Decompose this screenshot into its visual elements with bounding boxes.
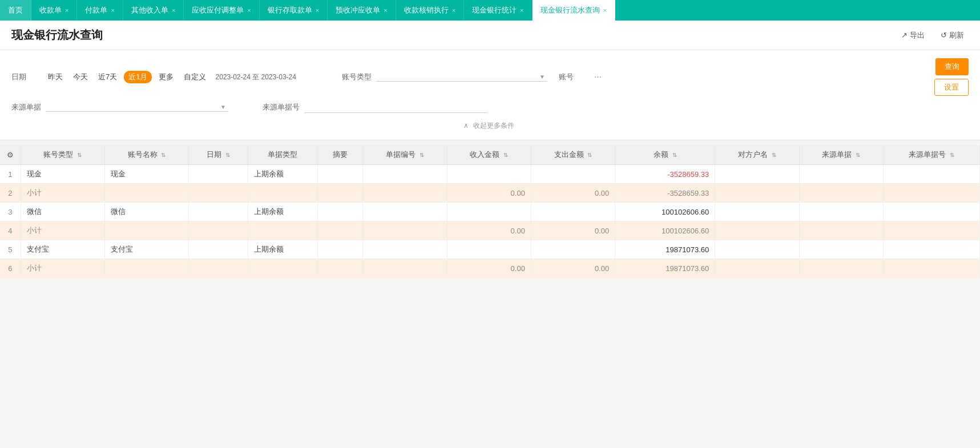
date-opt-7days[interactable]: 近7天 xyxy=(95,71,120,83)
sort-icon: ⇅ xyxy=(161,152,166,158)
cell-doc-type xyxy=(248,184,318,203)
sort-icon: ⇅ xyxy=(77,152,82,158)
nav-tab-other-income[interactable]: 其他收入单 × xyxy=(123,0,184,21)
date-opt-custom[interactable]: 自定义 xyxy=(180,71,209,83)
col-doc-type[interactable]: 单据类型 xyxy=(248,145,318,165)
close-icon[interactable]: × xyxy=(65,7,68,14)
date-opt-more[interactable]: 更多 xyxy=(155,71,177,83)
cell-doc-type xyxy=(248,259,318,278)
cell-income: 0.00 xyxy=(447,221,531,240)
nav-tab-collection-exec[interactable]: 收款核销执行 × xyxy=(396,0,464,21)
date-opt-yesterday[interactable]: 昨天 xyxy=(45,71,66,83)
cell-source-doc xyxy=(799,184,883,203)
cell-expense: 0.00 xyxy=(531,184,615,203)
col-date[interactable]: 日期 ⇅ xyxy=(189,145,248,165)
table-header-row: ⚙ 账号类型 ⇅ 账号名称 ⇅ 日期 ⇅ 单据类型 摘要 xyxy=(0,145,980,165)
source-doc-no-input[interactable] xyxy=(304,102,487,113)
col-gear[interactable]: ⚙ xyxy=(0,145,21,165)
table-body: 1 现金 现金 上期余额 -3528659.33 2 小计 0.00 0.00 … xyxy=(0,165,980,278)
col-summary[interactable]: 摘要 xyxy=(318,145,363,165)
col-label: 来源单据号 xyxy=(909,150,946,159)
cell-income xyxy=(447,203,531,221)
cell-source-doc-no xyxy=(883,203,979,221)
close-icon[interactable]: × xyxy=(247,7,251,14)
col-label: 收入金额 xyxy=(470,150,499,159)
sort-icon: ⇅ xyxy=(587,152,592,158)
nav-tab-label: 首页 xyxy=(8,5,23,15)
export-button[interactable]: ↗ 导出 xyxy=(897,28,929,43)
account-label: 账号 xyxy=(559,72,587,82)
close-icon[interactable]: × xyxy=(316,7,319,14)
cell-balance: -3528659.33 xyxy=(615,184,715,203)
col-doc-no[interactable]: 单据编号 ⇅ xyxy=(363,145,447,165)
col-label: 账号类型 xyxy=(43,150,73,159)
cell-doc-type xyxy=(248,221,318,240)
cell-counterpart xyxy=(715,240,799,259)
account-filter: 账号 ··· xyxy=(559,72,604,82)
cell-date xyxy=(189,259,248,278)
close-icon[interactable]: × xyxy=(111,7,114,14)
col-income[interactable]: 收入金额 ⇅ xyxy=(447,145,531,165)
table-row: 2 小计 0.00 0.00 -3528659.33 xyxy=(0,184,980,203)
table-row: 3 微信 微信 上期余额 100102606.60 xyxy=(0,203,980,221)
refresh-icon: ↺ xyxy=(941,31,947,39)
cell-summary xyxy=(318,184,363,203)
col-label: 单据编号 xyxy=(386,150,416,159)
nav-tab-bank-deposit[interactable]: 银行存取款单 × xyxy=(260,0,328,21)
cell-balance: 100102606.60 xyxy=(615,203,715,221)
cell-account-name xyxy=(104,221,188,240)
dots-icon[interactable]: ··· xyxy=(592,72,604,82)
cell-doc-no xyxy=(363,203,447,221)
col-counterpart[interactable]: 对方户名 ⇅ xyxy=(715,145,799,165)
close-icon[interactable]: × xyxy=(603,7,607,14)
col-expense[interactable]: 支出金额 ⇅ xyxy=(531,145,615,165)
close-icon[interactable]: × xyxy=(452,7,455,14)
source-doc-select[interactable]: ▼ xyxy=(46,103,228,112)
query-button[interactable]: 查询 xyxy=(935,58,969,75)
nav-tab-label: 其他收入单 xyxy=(131,5,168,15)
close-icon[interactable]: × xyxy=(520,7,523,14)
nav-tab-cash-bank-flow[interactable]: 现金银行流水查询 × xyxy=(533,0,615,21)
col-label: 对方户名 xyxy=(738,150,768,159)
nav-tab-payment[interactable]: 付款单 × xyxy=(77,0,123,21)
col-source-doc[interactable]: 来源单据 ⇅ xyxy=(799,145,883,165)
nav-tab-cash-bank-stat[interactable]: 现金银行统计 × xyxy=(464,0,532,21)
cell-doc-no xyxy=(363,184,447,203)
col-balance[interactable]: 余额 ⇅ xyxy=(615,145,715,165)
nav-tab-label: 收款核销执行 xyxy=(404,5,449,15)
page-title: 现金银行流水查询 xyxy=(11,27,103,43)
cell-date xyxy=(189,184,248,203)
cell-balance: -3528659.33 xyxy=(615,165,715,184)
date-opt-1month[interactable]: 近1月 xyxy=(124,71,152,83)
account-type-select[interactable]: ▼ xyxy=(376,72,547,82)
source-doc-label: 来源单据 xyxy=(11,102,41,112)
date-opt-today[interactable]: 今天 xyxy=(70,71,91,83)
chevron-down-icon: ▼ xyxy=(539,74,545,80)
date-range-display: 2023-02-24 至 2023-03-24 xyxy=(215,72,296,82)
collapse-bar[interactable]: ∧ 收起更多条件 xyxy=(11,119,969,135)
table-row: 6 小计 0.00 0.00 19871073.60 xyxy=(0,259,980,278)
collapse-label: 收起更多条件 xyxy=(473,122,514,130)
settings-button[interactable]: 设置 xyxy=(934,79,969,96)
col-account-type[interactable]: 账号类型 ⇅ xyxy=(21,145,104,165)
nav-tab-receipt[interactable]: 收款单 × xyxy=(31,0,77,21)
cell-account-name: 微信 xyxy=(104,203,188,221)
cell-expense xyxy=(531,240,615,259)
nav-tab-label: 应收应付调整单 xyxy=(192,5,244,15)
cell-summary xyxy=(318,203,363,221)
col-source-doc-no[interactable]: 来源单据号 ⇅ xyxy=(883,145,979,165)
cell-account-name xyxy=(104,184,188,203)
nav-tab-ar-ap-adjust[interactable]: 应收应付调整单 × xyxy=(184,0,259,21)
source-doc-no-filter: 来源单据号 xyxy=(263,102,487,113)
nav-tab-advance-offset[interactable]: 预收冲应收单 × xyxy=(328,0,396,21)
filter-area: 日期 昨天 今天 近7天 近1月 更多 自定义 2023-02-24 至 202… xyxy=(0,50,980,140)
close-icon[interactable]: × xyxy=(384,7,387,14)
nav-tab-home[interactable]: 首页 xyxy=(0,0,31,21)
refresh-button[interactable]: ↺ 刷新 xyxy=(936,28,969,43)
export-label: 导出 xyxy=(910,30,925,41)
cell-account-type: 小计 xyxy=(21,259,104,278)
collapse-up-icon: ∧ xyxy=(463,122,469,130)
col-account-name[interactable]: 账号名称 ⇅ xyxy=(104,145,188,165)
sort-icon: ⇅ xyxy=(225,152,230,158)
close-icon[interactable]: × xyxy=(172,7,175,14)
